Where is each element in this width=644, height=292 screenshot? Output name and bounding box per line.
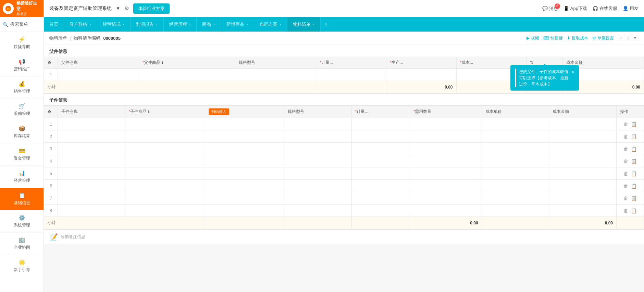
tab-close-icon[interactable]: × bbox=[156, 23, 158, 26]
th-scan[interactable]: 扫码录入 bbox=[205, 106, 284, 118]
child-warehouse-cell[interactable] bbox=[58, 143, 125, 155]
child-unit-cost-cell[interactable] bbox=[482, 143, 549, 155]
child-spec-cell[interactable] bbox=[284, 192, 352, 205]
sidebar-item-enterprise[interactable]: 🏢 企业协同 bbox=[0, 233, 44, 255]
child-unit-cell[interactable] bbox=[351, 205, 410, 217]
child-unit-cell[interactable] bbox=[351, 192, 410, 205]
copy-icon[interactable]: 📋 bbox=[631, 208, 637, 213]
child-product-cell[interactable] bbox=[125, 118, 205, 130]
delete-icon[interactable]: 🗑 bbox=[623, 196, 628, 201]
copy-icon[interactable]: 📋 bbox=[631, 171, 637, 176]
tab-close-icon[interactable]: × bbox=[189, 23, 191, 26]
topbar-dropdown-button[interactable]: ▼ bbox=[116, 6, 120, 11]
copy-icon[interactable]: 📋 bbox=[631, 121, 637, 127]
sidebar-item-operations[interactable]: 📊 经营管理 bbox=[0, 166, 44, 188]
child-qty-cell[interactable] bbox=[410, 205, 482, 217]
child-unit-cell[interactable] bbox=[351, 130, 410, 143]
child-warehouse-cell[interactable] bbox=[58, 180, 125, 192]
sidebar-item-basic-info[interactable]: 📋 基础信息 bbox=[0, 188, 44, 210]
tooltip-close-button[interactable]: × bbox=[571, 69, 574, 75]
child-qty-cell[interactable] bbox=[410, 167, 482, 180]
child-unit-cost-cell[interactable] bbox=[482, 192, 549, 205]
parent-product-cell[interactable] bbox=[139, 69, 235, 81]
tab-add-goods[interactable]: 新增商品 × bbox=[221, 17, 254, 32]
delete-icon[interactable]: 🗑 bbox=[623, 183, 628, 189]
child-warehouse-cell[interactable] bbox=[58, 130, 125, 143]
parent-warehouse-cell[interactable] bbox=[58, 69, 139, 81]
child-unit-cost-cell[interactable] bbox=[482, 155, 549, 167]
child-qty-cell[interactable] bbox=[410, 118, 482, 130]
prev-page-button[interactable]: ‹ bbox=[618, 35, 624, 41]
tab-close-icon[interactable]: × bbox=[213, 23, 215, 26]
tab-profit[interactable]: 利润报告 × bbox=[131, 17, 164, 32]
search-menu-button[interactable]: 🔍 搜索菜单 bbox=[3, 20, 41, 29]
child-unit-cell[interactable] bbox=[351, 180, 410, 192]
child-product-cell[interactable] bbox=[125, 167, 205, 180]
child-product-cell[interactable] bbox=[125, 143, 205, 155]
tab-home[interactable]: 首页 bbox=[44, 17, 64, 32]
child-qty-cell[interactable] bbox=[410, 155, 482, 167]
th-child-settings[interactable]: ⚙ bbox=[44, 106, 58, 118]
tab-customer[interactable]: 客户联络 × bbox=[64, 17, 97, 32]
child-product-cell[interactable] bbox=[125, 180, 205, 192]
parent-unit-cell[interactable] bbox=[316, 69, 386, 81]
child-warehouse-cell[interactable] bbox=[58, 118, 125, 130]
child-qty-cell[interactable] bbox=[410, 192, 482, 205]
sidebar-item-quick-nav[interactable]: ⚡ 快捷导航 bbox=[0, 32, 44, 54]
extract-cost-action[interactable]: ⬇ 提取成本 bbox=[567, 35, 588, 41]
tab-goods[interactable]: 商品 × bbox=[197, 17, 221, 32]
single-settings-action[interactable]: ⚙ 单据设置 bbox=[592, 35, 614, 41]
child-unit-cell[interactable] bbox=[351, 118, 410, 130]
child-spec-cell[interactable] bbox=[284, 180, 352, 192]
child-warehouse-cell[interactable] bbox=[58, 192, 125, 205]
child-warehouse-cell[interactable] bbox=[58, 167, 125, 180]
child-qty-cell[interactable] bbox=[410, 180, 482, 192]
next-page-button[interactable]: › bbox=[625, 35, 631, 41]
sidebar-item-finance[interactable]: 💳 资金管理 bbox=[0, 143, 44, 166]
sidebar-item-guide[interactable]: 🌟 新手引导 bbox=[0, 255, 44, 277]
child-unit-cell[interactable] bbox=[351, 155, 410, 167]
child-unit-cost-cell[interactable] bbox=[482, 205, 549, 217]
message-button[interactable]: 💬 消息 6 bbox=[542, 5, 558, 12]
delete-icon[interactable]: 🗑 bbox=[623, 134, 628, 139]
sidebar-item-purchase[interactable]: 🛒 采购管理 bbox=[0, 99, 44, 121]
scan-btn[interactable]: 扫码录入 bbox=[209, 108, 229, 115]
parent-spec-cell[interactable] bbox=[235, 69, 316, 81]
tab-close-icon[interactable]: × bbox=[89, 23, 91, 26]
shortcut-action[interactable]: ⌨ 快捷键 bbox=[543, 35, 563, 41]
online-support-button[interactable]: 🎧 在线客服 bbox=[593, 5, 617, 12]
tab-operations[interactable]: 经营情况 × bbox=[97, 17, 131, 32]
trial-button[interactable]: 体验行业方案 bbox=[133, 3, 170, 14]
child-spec-cell[interactable] bbox=[284, 118, 352, 130]
delete-icon[interactable]: 🗑 bbox=[623, 171, 628, 176]
list-view-button[interactable]: ≡ bbox=[632, 35, 639, 41]
child-unit-cost-cell[interactable] bbox=[482, 130, 549, 143]
child-qty-cell[interactable] bbox=[410, 143, 482, 155]
tab-close-icon[interactable]: × bbox=[246, 23, 248, 26]
child-spec-cell[interactable] bbox=[284, 155, 352, 167]
child-product-cell[interactable] bbox=[125, 130, 205, 143]
th-settings[interactable]: ⚙ bbox=[44, 57, 58, 69]
child-spec-cell[interactable] bbox=[284, 205, 352, 217]
delete-icon[interactable]: 🗑 bbox=[623, 159, 628, 164]
copy-icon[interactable]: 📋 bbox=[631, 196, 637, 201]
tab-close-icon[interactable]: × bbox=[123, 23, 125, 26]
sidebar-item-sales[interactable]: 💰 销售管理 bbox=[0, 77, 44, 99]
delete-icon[interactable]: 🗑 bbox=[623, 146, 628, 152]
child-unit-cost-cell[interactable] bbox=[482, 167, 549, 180]
view-action[interactable]: ▶ 视频 bbox=[527, 35, 539, 41]
copy-icon[interactable]: 📋 bbox=[631, 183, 637, 189]
tab-barcode[interactable]: 条码方案 × bbox=[254, 17, 287, 32]
tab-close-all[interactable]: × bbox=[321, 17, 332, 32]
sidebar-item-inventory[interactable]: 📦 库存核算 bbox=[0, 121, 44, 143]
child-unit-cell[interactable] bbox=[351, 167, 410, 180]
copy-icon[interactable]: 📋 bbox=[631, 134, 637, 139]
tab-history[interactable]: 经营历程 × bbox=[164, 17, 197, 32]
child-product-cell[interactable] bbox=[125, 192, 205, 205]
sidebar-item-marketing[interactable]: 📢 营销推广 bbox=[0, 54, 44, 77]
tab-close-icon[interactable]: × bbox=[280, 23, 282, 26]
app-download-button[interactable]: 📱 App下载 bbox=[564, 5, 587, 12]
copy-icon[interactable]: 📋 bbox=[631, 159, 637, 164]
child-warehouse-cell[interactable] bbox=[58, 155, 125, 167]
copy-icon[interactable]: 📋 bbox=[631, 146, 637, 152]
